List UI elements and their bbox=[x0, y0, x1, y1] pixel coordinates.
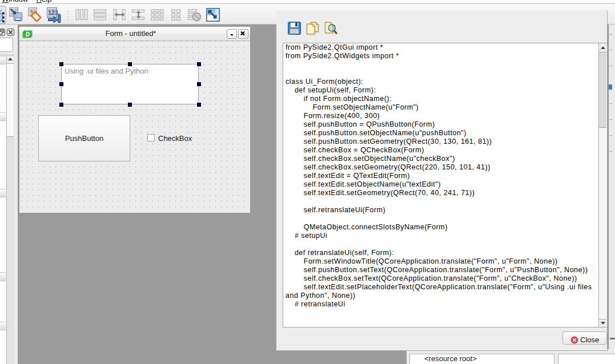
svg-text:123: 123 bbox=[48, 9, 58, 16]
